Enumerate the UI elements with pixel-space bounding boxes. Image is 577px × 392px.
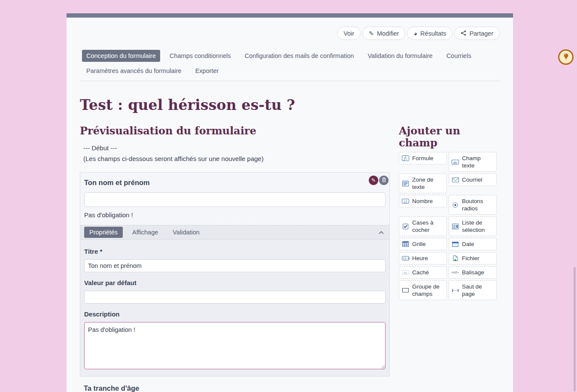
properties-panel: Titre * Valeur par défaut Description Pa… [80,240,389,376]
add-field-fichier[interactable]: Fichier [449,252,497,264]
results-button[interactable]: ◕ Résultats [407,27,452,40]
file-icon [451,255,459,261]
delete-field-button[interactable] [379,176,389,185]
hidden-icon: ab [401,269,410,276]
add-field-formule[interactable]: ƒx Formule [399,152,447,164]
default-value-input[interactable] [84,291,386,304]
svg-text:ab: ab [453,160,457,164]
radio-icon [451,202,459,208]
add-field-liste-de-selection[interactable]: Liste de sélection [449,216,497,236]
add-field-cache[interactable]: ab Caché [399,266,447,279]
share-button[interactable]: Partager [454,27,500,40]
add-field-champ-texte[interactable]: ab Champ texte [449,152,497,172]
field-settings-tabs: Propriétés Affichage Validation [80,225,389,240]
add-field-heading: Ajouter un champ [399,125,472,149]
content-area: Voir ✎ Modifier ◕ Résultats Partager Con… [67,13,513,392]
lightbulb-icon [562,53,570,61]
pie-chart-icon: ◕ [413,30,417,36]
nav-tab-courriels[interactable]: Courriels [442,50,476,62]
view-button[interactable]: Voir [337,27,361,40]
chevron-up-icon [379,229,384,236]
title-input[interactable] [84,259,386,272]
svg-text:x: x [406,158,407,160]
page-background: { "colors": { "page_background": "#f2cde… [0,0,577,392]
nav-tab-champs-conditionnels[interactable]: Champs conditionnels [165,50,235,62]
markup-icon: <H2> [451,270,459,275]
svg-text:ab: ab [404,271,407,275]
add-field-date[interactable]: Date [449,238,497,250]
add-field-zone-de-texte[interactable]: Zone de texte [399,173,447,193]
page-title: Test : quel hérisson es-tu ? [80,97,500,113]
nav-tab-exporter[interactable]: Exporter [191,65,223,77]
preview-heading: Prévisualisation du formulaire [80,125,390,137]
edit-button[interactable]: ✎ Modifier [362,27,405,40]
form-nav-tabs: Conception du formulaire Champs conditio… [80,50,500,77]
add-field-heure[interactable]: 12:0 Heure [399,252,447,264]
edit-field-button[interactable]: ✎ [369,176,378,185]
add-field-groupe-de-champs[interactable]: Groupe de champs [399,280,447,300]
share-button-label: Partager [469,30,493,37]
form-start-marker: --- Début --- [83,143,390,153]
new-page-note: (Les champs ci-dessous seront affichés s… [83,154,390,164]
add-field-boutons-radios[interactable]: Boutons radios [449,195,497,215]
tab-validation[interactable]: Validation [167,227,205,238]
add-field-balisage[interactable]: <H2> Balisage [449,266,497,279]
collapse-editor-button[interactable] [377,228,386,237]
results-button-label: Résultats [420,30,446,37]
page-break-icon [451,288,459,293]
checkbox-icon [401,223,410,230]
nav-tab-conception[interactable]: Conception du formulaire [82,50,160,62]
tab-affichage[interactable]: Affichage [127,227,163,238]
required-marker: * [100,248,102,255]
add-field-saut-de-page[interactable]: Saut de page [449,280,497,300]
select-list-icon [451,223,459,230]
default-value-label: Valeur par défaut [84,279,386,287]
title-field-label: Titre * [84,247,386,255]
pencil-icon: ✎ [369,30,374,36]
tabs-divider [80,81,500,81]
pencil-icon: ✎ [371,177,376,183]
field-editor-card: Ton nom et prénom Pas d'obligation ! ✎ [80,172,390,377]
tips-button[interactable] [558,49,574,65]
svg-text:12: 12 [404,200,407,204]
page-scrollbar-thumb[interactable] [574,267,576,392]
next-field-label: Ta tranche d'âge [80,384,390,392]
fieldset-icon [401,287,410,293]
email-icon [451,177,459,183]
add-field-grille[interactable]: Grille [399,238,447,250]
add-field-courriel[interactable]: Courriel [449,173,497,186]
date-icon [451,241,459,247]
add-field-sidebar: Ajouter un champ ƒx Formule ab Champ tex… [399,125,497,300]
description-textarea[interactable]: Pas d'obligation ! [84,322,386,369]
nav-tab-mails-confirmation[interactable]: Configuration des mails de confirmation [240,50,358,62]
share-icon [461,30,466,37]
grid-icon [401,241,410,247]
field-preview-input[interactable] [84,192,386,207]
add-field-nombre[interactable]: 12 Nombre [399,195,447,207]
top-accent-bar [67,13,513,18]
time-icon: 12:0 [401,255,410,261]
add-field-grid: ƒx Formule ab Champ texte [399,152,497,300]
formula-icon: ƒx [401,155,410,161]
textarea-icon [401,180,410,187]
description-label: Description [84,310,386,318]
text-field-icon: ab [451,159,459,165]
svg-text:<H2>: <H2> [451,270,459,274]
trash-icon [382,177,386,184]
edit-button-label: Modifier [377,30,399,37]
view-button-label: Voir [343,30,354,37]
field-description: Pas d'obligation ! [84,211,386,219]
svg-text:12:0: 12:0 [403,257,410,260]
action-toolbar: Voir ✎ Modifier ◕ Résultats Partager [80,27,500,40]
number-icon: 12 [401,198,410,204]
tab-proprietes[interactable]: Propriétés [84,227,123,238]
nav-tab-parametres-avances[interactable]: Paramètres avancés du formulaire [82,65,186,77]
nav-tab-validation[interactable]: Validation du formulaire [363,50,437,62]
field-label: Ton nom et prénom [84,179,386,187]
add-field-cases-a-cocher[interactable]: Cases à cocher [399,216,447,236]
